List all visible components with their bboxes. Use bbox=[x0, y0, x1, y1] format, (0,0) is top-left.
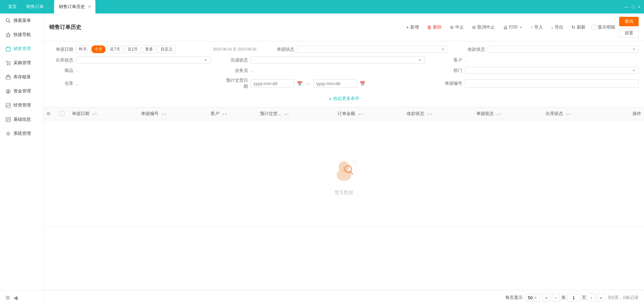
setting-button[interactable]: 设置 bbox=[619, 28, 639, 38]
query-button[interactable]: 查询 bbox=[619, 17, 639, 26]
page-total: 共0页，0条记录 bbox=[608, 295, 639, 301]
layout: 搜索菜单 快捷导航 销售管理 采购管理 库存核算 bbox=[0, 13, 644, 305]
tab-home-label: 首页 bbox=[8, 4, 17, 10]
order-status-select[interactable]: ▼ bbox=[297, 46, 448, 53]
th-amount-sort[interactable]: ▲▼ bbox=[358, 113, 363, 116]
salesman-dots[interactable]: ... bbox=[251, 68, 254, 73]
sidebar-item-inventory[interactable]: 库存核算 bbox=[0, 70, 43, 84]
refresh-button[interactable]: ↻ 刷新 bbox=[569, 24, 588, 30]
tab-sales-order-history-label: 销售订单历史 bbox=[59, 4, 85, 10]
tab-sales-order[interactable]: 销售订单 × bbox=[22, 0, 54, 13]
svg-point-5 bbox=[9, 64, 10, 65]
window-minimize[interactable]: — bbox=[625, 4, 629, 9]
empty-state: 暂无数据 bbox=[46, 124, 641, 223]
add-button[interactable]: + 新增 bbox=[404, 24, 421, 30]
sidebar-settings-icon[interactable]: ⚙ bbox=[5, 295, 10, 301]
table-body: 暂无数据 bbox=[44, 120, 644, 226]
sidebar-item-basic[interactable]: 基础信息 bbox=[0, 112, 43, 126]
collapse-up-icon: ∧ bbox=[329, 96, 332, 101]
sidebar-item-purchase[interactable]: 采购管理 bbox=[0, 56, 43, 70]
customer-dots[interactable]: ... bbox=[465, 58, 469, 63]
warehouse-dots[interactable]: ... bbox=[76, 81, 80, 86]
sidebar-item-sales[interactable]: 销售管理 bbox=[0, 42, 43, 56]
date-btn-last1m[interactable]: 近1月 bbox=[125, 45, 141, 53]
last-page-button[interactable]: » bbox=[597, 294, 605, 302]
filter-delivery-section: 预计交货日期 📅 — 📅 bbox=[224, 77, 425, 89]
th-amount: 订单金额 ▲▼ bbox=[335, 107, 404, 120]
svg-rect-8 bbox=[7, 75, 9, 76]
delete-button[interactable]: 🗑 删除 bbox=[425, 24, 444, 30]
th-checkbox bbox=[57, 107, 69, 120]
stock-out-label: 出库状态 bbox=[49, 57, 76, 63]
date-btn-yesterday[interactable]: 昨天 bbox=[76, 45, 90, 53]
date-btn-last7[interactable]: 近7天 bbox=[107, 45, 123, 53]
th-delivery-date-sort[interactable]: ▲▼ bbox=[284, 113, 289, 116]
stop-button[interactable]: ⊘ 中止 bbox=[448, 24, 466, 30]
th-stock-out-status-label: 出库状态 bbox=[546, 111, 563, 116]
display-checkbox[interactable] bbox=[592, 25, 596, 30]
th-order-no-sort[interactable]: ▲▼ bbox=[161, 113, 167, 116]
th-stock-out-status-sort[interactable]: ▲▼ bbox=[566, 113, 571, 116]
delivery-end-input[interactable] bbox=[313, 79, 357, 88]
import-icon: ↑ bbox=[530, 25, 533, 30]
stock-out-select[interactable]: ▼ bbox=[76, 56, 210, 64]
pagination-footer: 每页显示 50 ▼ « ‹ 第 页 › » bbox=[44, 290, 644, 305]
th-order-status-sort[interactable]: ▲▼ bbox=[496, 113, 502, 116]
svg-point-21 bbox=[342, 166, 343, 167]
th-customer-sort[interactable]: ▲▼ bbox=[222, 113, 227, 116]
page-label-post: 页 bbox=[582, 295, 586, 301]
order-no-input[interactable] bbox=[465, 79, 639, 88]
th-payment-status-sort[interactable]: ▲▼ bbox=[427, 113, 432, 116]
import-button[interactable]: ↑ 导入 bbox=[528, 24, 545, 30]
complete-status-select[interactable]: ▼ bbox=[251, 56, 425, 64]
display-toggle[interactable]: 显示明细 bbox=[592, 24, 615, 30]
page-number-input[interactable] bbox=[567, 294, 581, 302]
first-page-button[interactable]: « bbox=[543, 294, 551, 302]
complete-status-arrow: ▼ bbox=[418, 58, 422, 62]
sidebar-collapse-icon[interactable]: ◀ bbox=[13, 295, 17, 301]
th-order-status: 单据状态 ▲▼ bbox=[474, 107, 543, 120]
table-settings-icon[interactable]: ⚙ bbox=[46, 111, 51, 116]
collapse-button[interactable]: ∧ 收起更多条件 bbox=[49, 94, 639, 103]
delivery-start-cal-icon[interactable]: 📅 bbox=[297, 81, 302, 86]
empty-icon bbox=[327, 151, 361, 184]
payment-status-select[interactable]: ▼ bbox=[488, 46, 639, 53]
dept-select[interactable]: ▼ bbox=[465, 67, 639, 74]
export-button[interactable]: ↓ 导出 bbox=[549, 24, 565, 30]
select-all-checkbox[interactable] bbox=[60, 111, 65, 116]
sidebar-item-finance[interactable]: 资金管理 bbox=[0, 84, 43, 98]
goods-dots[interactable]: ... bbox=[76, 68, 80, 73]
svg-marker-2 bbox=[6, 33, 10, 37]
salesman-label: 业务员 bbox=[224, 68, 251, 74]
tab-sales-order-close[interactable]: × bbox=[47, 4, 49, 9]
svg-line-24 bbox=[353, 165, 356, 165]
filter-date-section: 单据日期 昨天 今天 近7天 近1月 更多 自定义 bbox=[49, 45, 210, 53]
date-btn-custom[interactable]: 自定义 bbox=[158, 45, 176, 53]
tab-home[interactable]: 首页 bbox=[3, 0, 22, 13]
window-close[interactable]: × bbox=[638, 4, 641, 9]
cancel-stop-button[interactable]: ⊘ 取消中止 bbox=[470, 24, 497, 30]
delivery-end-cal-icon[interactable]: 📅 bbox=[360, 81, 365, 86]
delivery-date-separator: — bbox=[306, 81, 310, 86]
sidebar-item-system[interactable]: 系统管理 bbox=[0, 126, 43, 141]
main-content: 销售订单历史 + 新增 🗑 删除 ⊘ 中止 ⊘ 取消中止 bbox=[44, 13, 644, 305]
sidebar-item-business[interactable]: 经营管理 bbox=[0, 98, 43, 112]
print-button[interactable]: 🖨 打印 ▼ bbox=[501, 24, 524, 30]
prev-page-button[interactable]: ‹ bbox=[552, 294, 560, 302]
sidebar-item-quick-nav[interactable]: 快捷导航 bbox=[0, 28, 43, 42]
page-size-select[interactable]: 50 ▼ bbox=[525, 294, 540, 302]
date-btn-more[interactable]: 更多 bbox=[142, 45, 156, 53]
tab-sales-order-history-close[interactable]: × bbox=[88, 4, 91, 9]
date-btn-today[interactable]: 今天 bbox=[91, 45, 105, 53]
complete-status-label: 完成状态 bbox=[224, 57, 251, 63]
sales-icon bbox=[5, 46, 11, 51]
delivery-start-input[interactable] bbox=[251, 79, 294, 88]
window-maximize[interactable]: □ bbox=[632, 4, 635, 9]
tab-sales-order-history[interactable]: 销售订单历史 × bbox=[54, 0, 95, 13]
sidebar-item-search[interactable]: 搜索菜单 bbox=[0, 13, 43, 28]
filter-payment-status-section: 收款状态 ▼ bbox=[461, 46, 639, 53]
next-page-button[interactable]: › bbox=[588, 294, 596, 302]
page-navigation: « ‹ 第 页 › » bbox=[543, 294, 605, 302]
svg-point-17 bbox=[339, 161, 349, 172]
th-date-sort[interactable]: ▲▼ bbox=[92, 113, 97, 116]
